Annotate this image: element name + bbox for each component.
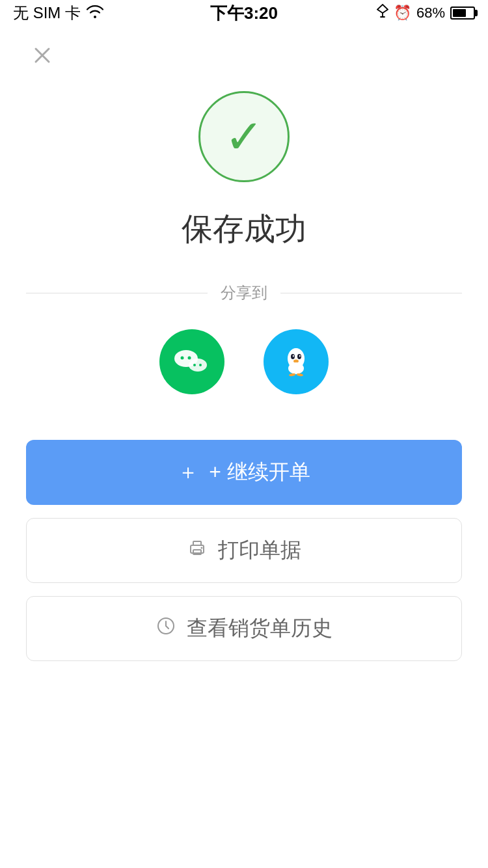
svg-point-10 (297, 354, 301, 359)
share-divider: 分享到 (26, 282, 462, 303)
print-button[interactable]: 打印单据 (26, 518, 462, 583)
success-title: 保存成功 (182, 208, 306, 250)
print-label: 打印单据 (218, 536, 301, 565)
status-bar: 无 SIM 卡 下午3:20 ⏰ 68% (0, 0, 488, 26)
plus-icon: ＋ (178, 458, 198, 487)
alarm-icon: ⏰ (394, 5, 411, 21)
status-left: 无 SIM 卡 (13, 3, 104, 23)
share-label: 分享到 (221, 282, 267, 303)
success-circle: ✓ (198, 91, 290, 182)
close-button[interactable] (26, 39, 59, 72)
location-icon (377, 4, 388, 22)
share-row (159, 329, 329, 394)
svg-point-4 (181, 357, 184, 360)
battery-icon (450, 7, 475, 20)
no-sim-text: 无 SIM 卡 (13, 3, 81, 23)
wechat-share-button[interactable] (159, 329, 224, 394)
svg-point-11 (293, 355, 294, 357)
qq-share-button[interactable] (264, 329, 329, 394)
svg-point-12 (299, 355, 301, 357)
svg-point-6 (193, 364, 196, 366)
status-right: ⏰ 68% (377, 4, 475, 22)
svg-rect-18 (193, 541, 201, 545)
status-time: 下午3:20 (210, 2, 278, 25)
svg-point-20 (201, 547, 203, 549)
continue-label: + 继续开单 (209, 458, 310, 487)
wifi-icon (86, 4, 104, 22)
continue-button[interactable]: ＋ + 继续开单 (26, 440, 462, 505)
main-content: ✓ 保存成功 分享到 (0, 26, 488, 868)
divider-right (280, 293, 462, 293)
action-buttons: ＋ + 继续开单 打印单据 查看销货单历 (26, 440, 462, 661)
printer-icon (187, 537, 208, 563)
history-label: 查看销货单历史 (187, 614, 332, 643)
battery-percent: 68% (416, 5, 445, 21)
history-button[interactable]: 查看销货单历史 (26, 596, 462, 661)
svg-point-7 (199, 364, 202, 366)
checkmark-icon: ✓ (224, 113, 264, 160)
clock-icon (156, 616, 176, 642)
svg-point-14 (288, 362, 304, 374)
svg-point-9 (291, 354, 295, 359)
divider-left (26, 293, 208, 293)
svg-point-13 (293, 360, 299, 363)
svg-point-3 (189, 359, 207, 372)
svg-point-5 (188, 357, 191, 360)
